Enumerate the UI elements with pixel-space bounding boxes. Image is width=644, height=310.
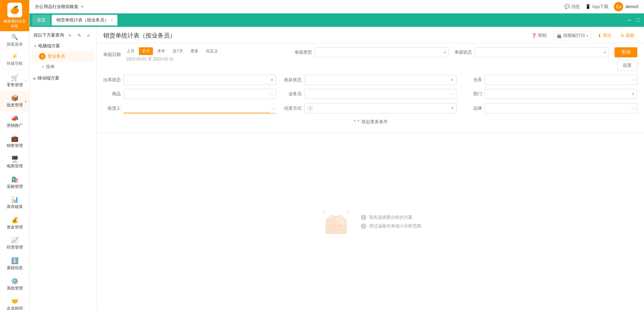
wholesale-icon: 📦 bbox=[11, 94, 18, 102]
refresh-icon: ↻ bbox=[621, 33, 625, 38]
sidebar-search-label: 搜索菜单 bbox=[7, 42, 23, 47]
sidebar-item-marketing[interactable]: 📣 营销推广 bbox=[0, 111, 29, 132]
goods-select[interactable]: ··· bbox=[123, 89, 276, 99]
sidebar-item-finance[interactable]: 💰 资金管理 bbox=[0, 213, 29, 234]
desktop-schema-group-header[interactable]: ▼ 电脑端方案 bbox=[32, 41, 94, 51]
settlement-tag-close[interactable]: × bbox=[309, 106, 312, 111]
sidebar-item-retail[interactable]: 🛒 零售管理 ▼ bbox=[0, 71, 29, 91]
finance-icon: 💰 bbox=[11, 216, 18, 224]
empty-tip-1: 1 请先选择要分析的方案 bbox=[361, 214, 421, 220]
refresh-button[interactable]: ↻ 刷新 bbox=[618, 31, 637, 40]
main-area: 办公用品行业模拟账套 ▾ 💬 消息 📱 App下载 Ea demo2 首页 bbox=[30, 0, 644, 310]
warehouse-label: 仓库 bbox=[465, 77, 482, 83]
doc-type-arrow: ▾ bbox=[444, 50, 446, 55]
collapse-panel-button[interactable]: « bbox=[85, 32, 92, 39]
mobile-schema-group-header[interactable]: ▶ 移动端方案 bbox=[32, 73, 94, 83]
sidebar-item-purchase[interactable]: 🛍️ 采购管理 bbox=[0, 172, 29, 193]
sidebar-item-sales[interactable]: 💼 销售管理 bbox=[0, 132, 29, 152]
payment-status-label: 收款状态 bbox=[284, 77, 302, 83]
sidebar-item-ecommerce[interactable]: 🖥️ 电商管理 bbox=[0, 152, 29, 172]
payment-status-select[interactable]: ▾ bbox=[304, 75, 457, 85]
tab-home[interactable]: 首页 bbox=[32, 15, 50, 25]
doc-status-select[interactable]: ▾ bbox=[475, 47, 609, 57]
date-btn-this-year[interactable]: 本年 bbox=[154, 47, 168, 55]
sidebar-item-enterprise-label: 企业协同 bbox=[7, 306, 23, 310]
app-download-label: App下载 bbox=[592, 4, 608, 10]
sidebar-search[interactable]: 🔍 搜索菜单 bbox=[0, 31, 29, 50]
settlement-select[interactable]: × ▾ bbox=[304, 103, 457, 113]
purchase-icon: 🛍️ bbox=[11, 176, 18, 183]
collapse-button[interactable]: ⌃⌃ 收起更多条件 bbox=[349, 117, 392, 126]
svg-point-5 bbox=[331, 225, 333, 227]
logo[interactable]: 🍊 畅捷通好生意 标版 bbox=[0, 0, 29, 31]
schema-item-by-salesperson[interactable]: 员 按业务员 bbox=[32, 51, 94, 62]
sidebar-item-retail-label: 零售管理 bbox=[7, 83, 23, 88]
sidebar-item-basic[interactable]: ℹ️ 基础信息 bbox=[0, 254, 29, 274]
help-icon: ❓ bbox=[531, 33, 537, 38]
brand-select[interactable]: ··· bbox=[485, 103, 637, 113]
salesperson-select[interactable]: ··· bbox=[304, 89, 457, 99]
collapse-up-icon: ⌃⌃ bbox=[353, 119, 360, 124]
out-status-label: 出库状态 bbox=[103, 77, 121, 83]
doc-type-select[interactable]: ▾ bbox=[315, 47, 449, 57]
payment-status-arrow: ▾ bbox=[451, 78, 453, 82]
date-btn-more[interactable]: 更多 bbox=[187, 47, 202, 55]
date-btn-custom[interactable]: 自定义 bbox=[203, 47, 221, 55]
sidebar-item-system[interactable]: ⚙️ 系统管理 bbox=[0, 274, 29, 295]
receiver-dots[interactable]: ··· bbox=[270, 106, 276, 111]
sidebar-quicknav[interactable]: ⚡ 快捷导航 bbox=[0, 50, 29, 69]
edit-schema-button[interactable]: ✎ bbox=[75, 32, 83, 39]
help-button[interactable]: ❓ 帮助 bbox=[529, 31, 549, 40]
sidebar-item-inventory-label: 库存核算 bbox=[7, 204, 23, 210]
print-button[interactable]: 🖨️ 按模板打印 ▾ bbox=[553, 31, 591, 40]
logo-emoji: 🍊 bbox=[10, 6, 19, 14]
export-button[interactable]: ⬆ 导出 bbox=[595, 31, 614, 40]
tip-text-2: 用过滤条件来缩小分析范围 bbox=[369, 223, 421, 229]
query-button[interactable]: 查询 bbox=[614, 47, 637, 57]
warehouse-select[interactable]: ··· bbox=[485, 75, 637, 85]
enterprise-icon: 🤝 bbox=[11, 298, 18, 305]
tab-minimize-icon[interactable]: ─ bbox=[626, 16, 633, 24]
sidebar-item-enterprise[interactable]: 🤝 企业协同 bbox=[0, 294, 29, 310]
sidebar-item-sales-label: 销售管理 bbox=[7, 143, 23, 149]
setting-button[interactable]: 设置 bbox=[617, 60, 637, 71]
date-btn-this-month[interactable]: 本月 bbox=[139, 47, 153, 55]
department-label: 部门 bbox=[465, 91, 482, 97]
topbar-right: 💬 消息 📱 App下载 Ea demo2 bbox=[565, 2, 639, 11]
topbar: 办公用品行业模拟账套 ▾ 💬 消息 📱 App下载 Ea demo2 bbox=[30, 0, 644, 13]
user-menu[interactable]: Ea demo2 bbox=[614, 2, 639, 11]
out-status-select[interactable]: ▾ bbox=[123, 75, 276, 85]
sidebar: 🍊 畅捷通好生意 标版 🔍 搜索菜单 ⚡ 快捷导航 🛒 零售管理 ▼ 📦 批发管… bbox=[0, 0, 30, 310]
message-label: 消息 bbox=[571, 4, 580, 10]
date-range-text: 2023-03-01 至 2023-03-31 bbox=[126, 56, 221, 62]
sidebar-item-operations[interactable]: 📈 经营管理 bbox=[0, 233, 29, 254]
schema-item-by-order[interactable]: ≡ 按单 bbox=[32, 62, 94, 72]
goods-dots: ··· bbox=[270, 92, 273, 96]
empty-tip-2: 2 用过滤条件来缩小分析范围 bbox=[361, 223, 421, 229]
sidebar-item-operations-label: 经营管理 bbox=[7, 245, 23, 250]
date-btn-last-7[interactable]: 近7天 bbox=[170, 47, 186, 55]
edit-icon: ✎ bbox=[77, 33, 81, 38]
doc-status-arrow: ▾ bbox=[604, 50, 606, 55]
sidebar-item-wholesale[interactable]: 📦 批发管理 ▲ bbox=[0, 91, 29, 111]
left-panel-title: 按以下方案查询 bbox=[34, 32, 64, 38]
tab-maximize-icon[interactable]: □ bbox=[635, 16, 641, 24]
sidebar-item-inventory[interactable]: 📊 库存核算 bbox=[0, 193, 29, 213]
tab-close-icon[interactable]: × bbox=[111, 18, 113, 22]
topbar-dropdown-arrow[interactable]: ▾ bbox=[81, 4, 84, 9]
doc-type-label: 单据类型 bbox=[294, 49, 312, 55]
date-btn-last-month[interactable]: 上月 bbox=[123, 47, 138, 55]
sidebar-item-ecommerce-label: 电商管理 bbox=[7, 164, 23, 169]
message-button[interactable]: 💬 消息 bbox=[565, 4, 580, 10]
app-download-button[interactable]: 📱 App下载 bbox=[585, 4, 608, 10]
tip-num-1: 1 bbox=[361, 215, 366, 220]
settlement-arrow: ▾ bbox=[451, 106, 453, 110]
tab-active-label: 销货单统计表（按业务员） bbox=[56, 17, 109, 23]
content-area: 按以下方案查询 + ✎ « ▼ 电脑端方案 bbox=[30, 27, 644, 310]
username-label: demo2 bbox=[625, 4, 639, 9]
tab-active[interactable]: 销货单统计表（按业务员） × bbox=[52, 15, 117, 25]
search-icon: 🔍 bbox=[11, 34, 18, 40]
add-schema-button[interactable]: + bbox=[66, 32, 73, 39]
receiver-input[interactable] bbox=[123, 103, 270, 113]
department-select[interactable]: ▾ bbox=[485, 89, 637, 99]
